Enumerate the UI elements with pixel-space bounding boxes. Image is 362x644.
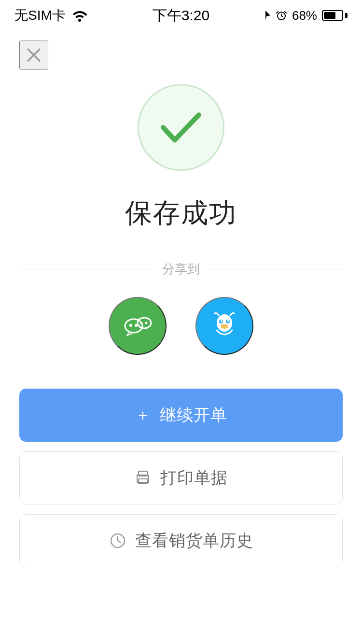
alarm-icon — [276, 10, 287, 21]
main-content: 保存成功 分享到 — [0, 31, 362, 587]
history-button[interactable]: 查看销货单历史 — [19, 514, 343, 567]
print-label: 打印单据 — [160, 467, 228, 489]
svg-point-13 — [217, 314, 232, 332]
continue-label: 继续开单 — [160, 404, 227, 426]
svg-point-17 — [227, 320, 229, 322]
share-divider: 分享到 — [19, 261, 343, 278]
continue-button[interactable]: ＋ 继续开单 — [19, 389, 343, 442]
close-icon — [23, 44, 44, 66]
svg-point-9 — [129, 324, 132, 327]
history-icon — [109, 532, 126, 549]
share-icons-row — [109, 297, 253, 355]
svg-point-16 — [221, 320, 223, 322]
svg-line-2 — [281, 16, 283, 17]
svg-point-12 — [145, 322, 148, 324]
svg-point-8 — [138, 318, 151, 328]
checkmark-icon — [159, 110, 203, 145]
battery-indicator — [322, 10, 348, 21]
wechat-icon — [120, 308, 155, 343]
svg-point-11 — [140, 322, 143, 324]
svg-point-7 — [125, 319, 142, 333]
wifi-icon — [71, 9, 88, 22]
print-button[interactable]: 打印单据 — [19, 451, 343, 504]
svg-line-4 — [285, 12, 286, 13]
divider-left — [19, 269, 153, 269]
battery-percentage: 68% — [292, 8, 317, 23]
svg-point-18 — [221, 324, 228, 329]
success-icon-circle — [138, 84, 224, 171]
wechat-share-button[interactable] — [109, 297, 167, 355]
action-buttons: ＋ 继续开单 打印单据 查看销货单历史 — [19, 389, 343, 567]
qq-share-button[interactable] — [195, 297, 253, 355]
status-time: 下午3:20 — [153, 6, 209, 26]
history-label: 查看销货单历史 — [135, 530, 253, 552]
continue-icon: ＋ — [135, 405, 151, 426]
svg-point-10 — [135, 324, 138, 327]
divider-right — [209, 269, 343, 269]
print-icon — [134, 469, 152, 487]
share-section: 分享到 — [19, 261, 343, 355]
location-icon — [260, 10, 271, 21]
status-bar: 无SIM卡 下午3:20 68% — [0, 0, 362, 31]
carrier-text: 无SIM卡 — [14, 6, 66, 25]
svg-line-3 — [277, 12, 278, 13]
share-label: 分享到 — [162, 261, 200, 278]
status-right: 68% — [260, 8, 348, 23]
svg-point-22 — [148, 476, 149, 478]
success-title: 保存成功 — [125, 195, 237, 232]
status-left: 无SIM卡 — [14, 6, 88, 25]
qq-icon — [207, 308, 242, 343]
close-button[interactable] — [19, 41, 48, 70]
svg-line-25 — [118, 541, 121, 543]
